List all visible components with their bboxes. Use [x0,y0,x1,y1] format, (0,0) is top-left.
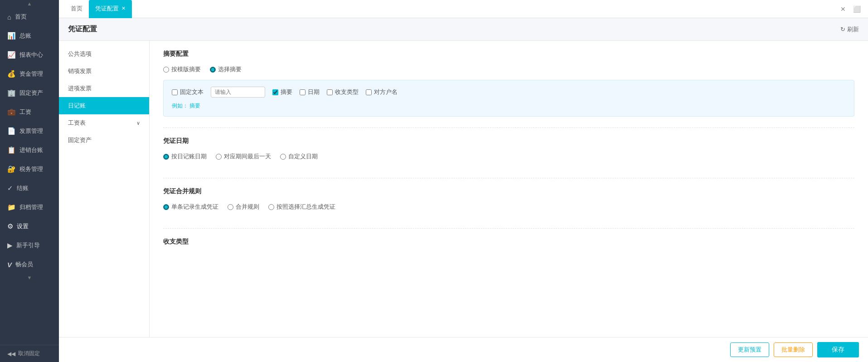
income-type-checkbox-label[interactable]: 收支类型 [327,88,359,96]
tab-home[interactable]: 首页 [64,0,89,18]
summary-checkbox[interactable] [272,89,278,95]
sidebar-item-settings[interactable]: ⚙ 设置 [0,217,59,236]
merge-rules-radio[interactable] [228,204,233,210]
sidebar-item-assets[interactable]: 🏢 固定资产 [0,83,59,103]
custom-date-label: 自定义日期 [288,152,318,161]
fixed-text-input[interactable] [211,87,265,98]
date-checkbox-label[interactable]: 日期 [300,88,320,96]
period-last-day-radio-label[interactable]: 对应期间最后一天 [216,152,271,161]
period-last-day-radio[interactable] [216,154,222,160]
sidebar-item-salary[interactable]: 💼 工资 [0,103,59,122]
select-summary-radio-label[interactable]: 选择摘要 [210,65,242,73]
sidebar-item-invoice-mgmt[interactable]: 📄 发票管理 [0,122,59,141]
update-preset-button[interactable]: 更新预置 [730,342,769,357]
left-nav-item-public[interactable]: 公共选项 [59,45,149,63]
counterpart-checkbox[interactable] [366,89,372,95]
purchase-sales-icon: 📋 [7,146,16,154]
sidebar-item-label: 固定资产 [19,89,43,97]
sidebar-unpin-button[interactable]: ◀◀ 取消固定 [0,345,59,362]
select-summary-radio[interactable] [210,67,216,73]
template-summary-radio[interactable] [163,67,169,73]
sidebar-item-label: 新手引导 [16,241,40,249]
refresh-button[interactable]: ↻ 刷新 [840,25,859,34]
sidebar-item-label: 进销台账 [19,146,43,154]
custom-date-radio-label[interactable]: 自定义日期 [280,152,318,161]
counterpart-cb-label: 对方户名 [374,88,398,96]
select-merge-radio-label[interactable]: 按照选择汇总生成凭证 [268,203,335,211]
save-button[interactable]: 保存 [817,342,859,357]
content-area: 凭证配置 ↻ 刷新 公共选项 销项发票 进项发票 日记账 [59,18,868,362]
sidebar-item-label: 发票管理 [19,127,43,135]
journal-date-radio[interactable] [163,154,169,160]
voucher-date-radio-row: 按日记账日期 对应期间最后一天 自定义日期 [163,152,854,161]
tab-voucher-config[interactable]: 凭证配置 ✕ [89,0,132,18]
sidebar-item-archive[interactable]: 📁 归档管理 [0,198,59,217]
summary-checkbox-label[interactable]: 摘要 [272,88,292,96]
journal-date-radio-label[interactable]: 按日记账日期 [163,152,207,161]
summary-radio-row: 按模版摘要 选择摘要 [163,65,854,73]
summary-config-section: 摘要配置 按模版摘要 选择摘要 [163,50,854,128]
sidebar-scroll-down[interactable]: ▼ [0,274,59,281]
merge-rules-radio-label[interactable]: 合并规则 [228,203,259,211]
page-header: 凭证配置 ↻ 刷新 [59,18,868,41]
sidebar-item-ledger[interactable]: 📊 总账 [0,26,59,45]
template-summary-radio-label[interactable]: 按模版摘要 [163,65,201,73]
template-summary-label: 按模版摘要 [171,65,201,73]
pin-icon: ◀◀ [7,351,15,357]
sidebar-unpin-label: 取消固定 [18,350,40,357]
reports-icon: 📈 [7,51,16,59]
select-summary-label: 选择摘要 [218,65,242,73]
tab-close-window-button[interactable]: ✕ [839,5,848,14]
single-record-radio[interactable] [163,204,169,210]
select-merge-radio[interactable] [268,204,274,210]
voucher-date-title: 凭证日期 [163,137,854,145]
tab-restore-button[interactable]: ⬜ [851,5,863,14]
tab-actions: ✕ ⬜ [839,5,863,14]
left-nav-item-journal[interactable]: 日记账 [59,97,149,114]
left-nav-item-sales-invoice[interactable]: 销项发票 [59,63,149,80]
sidebar-item-purchase-sales[interactable]: 📋 进销台账 [0,141,59,160]
merge-rules-label: 合并规则 [236,203,259,211]
sidebar-item-guide[interactable]: ▶ 新手引导 [0,236,59,255]
ledger-icon: 📊 [7,32,16,40]
sidebar-item-close[interactable]: ✓ 结账 [0,179,59,198]
left-nav-item-label: 进项发票 [68,84,92,93]
custom-date-radio[interactable] [280,154,286,160]
close-account-icon: ✓ [7,184,13,192]
sidebar-scroll-up[interactable]: ▲ [0,0,59,7]
sidebar-item-label: 资金管理 [19,70,43,78]
home-icon: ⌂ [7,13,11,21]
sidebar-item-home[interactable]: ⌂ 首页 [0,7,59,26]
sidebar-item-label: 畅会员 [15,260,33,269]
left-nav-item-payroll[interactable]: 工资表 ∨ [59,114,149,132]
guide-icon: ▶ [7,241,13,249]
invoice-mgmt-icon: 📄 [7,127,16,135]
tab-close-icon[interactable]: ✕ [121,5,126,11]
single-record-label: 单条记录生成凭证 [171,203,218,211]
voucher-date-section: 凭证日期 按日记账日期 对应期间最后一天 自定义日期 [163,137,854,178]
date-cb-label: 日期 [308,88,320,96]
summary-config-box: 固定文本 摘要 日期 [163,80,854,117]
left-nav-item-purchase-invoice[interactable]: 进项发票 [59,80,149,97]
date-checkbox[interactable] [300,89,305,95]
batch-delete-button[interactable]: 批量删除 [774,342,813,357]
income-type-checkbox[interactable] [327,89,333,95]
counterpart-checkbox-label[interactable]: 对方户名 [366,88,398,96]
sidebar-item-label: 结账 [17,184,29,192]
sidebar-item-tax[interactable]: 🔐 税务管理 [0,160,59,179]
left-nav-item-fixed-assets[interactable]: 固定资产 [59,132,149,149]
funds-icon: 💰 [7,70,16,78]
left-nav-item-label: 日记账 [68,102,86,110]
single-record-radio-label[interactable]: 单条记录生成凭证 [163,203,218,211]
left-nav-item-label: 工资表 [68,119,86,127]
fixed-text-label: 固定文本 [180,88,204,96]
fixed-text-checkbox[interactable] [172,89,178,95]
sidebar-item-label: 归档管理 [19,203,43,211]
merge-rules-section: 凭证合并规则 单条记录生成凭证 合并规则 按照选择汇总生成凭证 [163,187,854,229]
sidebar-item-label: 工资 [19,108,31,116]
sidebar-item-member[interactable]: V 畅会员 [0,255,59,274]
fixed-text-checkbox-label[interactable]: 固定文本 [172,88,204,96]
sidebar-item-funds[interactable]: 💰 资金管理 [0,64,59,83]
sidebar-item-reports[interactable]: 📈 报表中心 [0,45,59,64]
layout-body: 公共选项 销项发票 进项发票 日记账 工资表 ∨ 固定资产 [59,41,868,337]
